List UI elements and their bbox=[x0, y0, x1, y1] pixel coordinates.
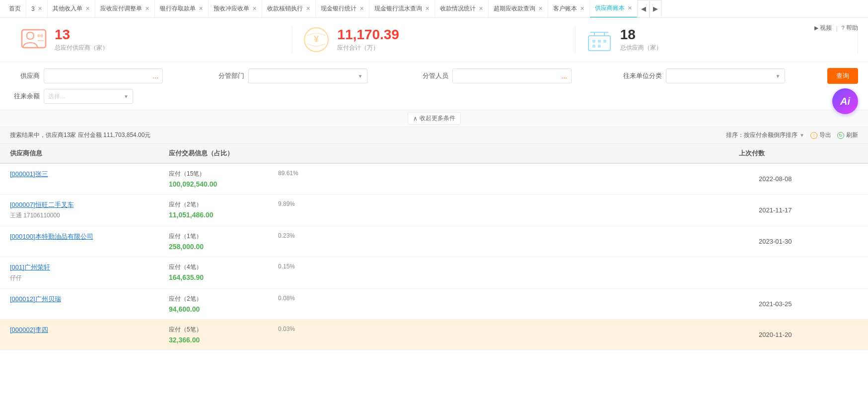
last-pay-date: 2021-03-25 bbox=[759, 295, 858, 313]
question-icon: ? bbox=[842, 25, 845, 31]
balance-select[interactable]: 选择... ▼ bbox=[44, 89, 133, 104]
collapse-label: 收起更多条件 bbox=[420, 114, 455, 123]
close-icon[interactable]: ✕ bbox=[252, 5, 257, 12]
export-button[interactable]: ↑ 导出 bbox=[810, 131, 831, 139]
tx-amount[interactable]: 258,000.00 bbox=[169, 243, 204, 251]
supplier-link[interactable]: [000012]广州贝瑞 bbox=[10, 295, 61, 303]
nav-tab-cash-bank-stat[interactable]: 现金银行统计 ✕ bbox=[316, 0, 369, 18]
nav-tab-prepay-collect[interactable]: 预收冲应收单 ✕ bbox=[209, 0, 262, 18]
svg-rect-11 bbox=[598, 45, 601, 48]
refresh-button[interactable]: ↻ 刷新 bbox=[837, 131, 858, 139]
nav-tab-supplier-account[interactable]: 供应商账本 ✕ bbox=[590, 0, 638, 18]
close-icon[interactable]: ✕ bbox=[580, 5, 584, 12]
svg-point-1 bbox=[37, 34, 40, 37]
close-icon[interactable]: ✕ bbox=[145, 5, 149, 12]
svg-rect-0 bbox=[22, 30, 46, 48]
total-suppliers-label: 总供应商（家） bbox=[620, 44, 662, 52]
nav-tab-home[interactable]: 首页 bbox=[4, 0, 26, 18]
person-filter-label: 分管人员 bbox=[419, 71, 448, 80]
nav-tab-collect-audit[interactable]: 收款核销执行 ✕ bbox=[262, 0, 316, 18]
svg-text:¥: ¥ bbox=[314, 34, 319, 44]
table-header: 供应商信息 应付交易信息（占比） 上次付数 bbox=[0, 144, 868, 164]
tx-detail: 应付（15笔） 100,092,540.00 bbox=[169, 170, 268, 188]
nav-tab-other-income-label: 其他收入单 bbox=[53, 4, 82, 13]
nav-tab-bank-deposit[interactable]: 银行存取款单 ✕ bbox=[155, 0, 209, 18]
dept-select[interactable]: ▼ bbox=[248, 68, 367, 83]
tx-amount[interactable]: 32,366.00 bbox=[169, 336, 200, 344]
close-icon[interactable]: ✕ bbox=[425, 5, 430, 12]
nav-arrow-right[interactable]: ▶ bbox=[650, 0, 661, 18]
person-select[interactable]: ... bbox=[452, 68, 572, 83]
nav-tab-bank-deposit-label: 银行存取款单 bbox=[160, 4, 196, 13]
category-select[interactable]: ▼ bbox=[666, 68, 785, 83]
supplier-link[interactable]: [001]广州荣轩 bbox=[10, 263, 50, 271]
nav-tab-ar-adjust[interactable]: 应收应付调整单 ✕ bbox=[95, 0, 155, 18]
close-icon[interactable]: ✕ bbox=[479, 5, 483, 12]
supplier-info: [000100]本特勤油品有限公司 bbox=[10, 232, 169, 251]
ai-assistant-button[interactable]: Ai bbox=[832, 88, 858, 114]
nav-tab-collect-status[interactable]: 收款情况统计 ✕ bbox=[435, 0, 489, 18]
filter-dept: 分管部门 ▼ bbox=[215, 68, 411, 83]
tx-percent: 0.03% bbox=[278, 326, 295, 332]
result-bar-actions: 排序：按应付余额倒序排序 ▼ ↑ 导出 ↻ 刷新 bbox=[726, 131, 858, 139]
collapse-bar: ∧ 收起更多条件 bbox=[0, 110, 868, 127]
tx-detail: 应付（4笔） 164,635.90 bbox=[169, 263, 268, 281]
svg-rect-10 bbox=[592, 45, 595, 48]
close-icon[interactable]: ✕ bbox=[538, 5, 543, 12]
filter-supplier: 供应商 ... bbox=[10, 68, 207, 83]
tx-detail: 应付（1笔） 258,000.00 bbox=[169, 232, 268, 251]
help-link[interactable]: ? 帮助 bbox=[842, 24, 858, 32]
nav-tab-customer-account[interactable]: 客户账本 ✕ bbox=[548, 0, 590, 18]
supplier-link[interactable]: [000001]张三 bbox=[10, 170, 48, 178]
nav-tab-cash-bank-flow[interactable]: 现金银行流水查询 ✕ bbox=[369, 0, 435, 18]
nav-tab-supplier-account-label: 供应商账本 bbox=[595, 4, 625, 12]
supplier-link[interactable]: [000007]恒旺二手叉车 bbox=[10, 201, 74, 208]
supplier-link[interactable]: [000100]本特勤油品有限公司 bbox=[10, 233, 93, 240]
tx-percent: 0.08% bbox=[278, 295, 295, 302]
last-pay-date: 2023-01-30 bbox=[759, 232, 858, 251]
nav-tab-other-income[interactable]: 其他收入单 ✕ bbox=[48, 0, 95, 18]
filter-balance: 往来余额 选择... ▼ bbox=[10, 89, 133, 104]
close-icon[interactable]: ✕ bbox=[628, 5, 632, 11]
supplier-select[interactable]: ... bbox=[44, 68, 163, 83]
tx-detail: 应付（2笔） 11,051,486.00 bbox=[169, 200, 268, 219]
table-row: [000001]张三 应付（15笔） 100,092,540.00 89.61%… bbox=[0, 164, 868, 195]
search-button[interactable]: 查询 bbox=[827, 68, 858, 84]
collapse-button[interactable]: ∧ 收起更多条件 bbox=[408, 112, 461, 125]
supplier-info: [001]广州荣轩 仔仔 bbox=[10, 263, 169, 282]
payable-total-label: 应付合计（万） bbox=[337, 44, 399, 52]
nav-tab-overdue-collect[interactable]: 超期应收款查询 ✕ bbox=[489, 0, 548, 18]
chevron-down-icon: ▼ bbox=[124, 94, 129, 99]
close-icon[interactable]: ✕ bbox=[306, 5, 310, 12]
close-icon[interactable]: ✕ bbox=[360, 5, 364, 12]
tx-detail: 应付（5笔） 32,366.00 bbox=[169, 326, 268, 344]
close-icon[interactable]: ✕ bbox=[85, 5, 90, 12]
nav-tab-collect-audit-label: 收款核销执行 bbox=[267, 4, 303, 13]
supplier-info: [000007]恒旺二手叉车 王通 17106110000 bbox=[10, 200, 169, 220]
table-row: [000002]李四 应付（5笔） 32,366.00 0.03% 2020-1… bbox=[0, 320, 868, 350]
close-icon[interactable]: ✕ bbox=[38, 5, 42, 12]
close-icon[interactable]: ✕ bbox=[199, 5, 203, 12]
export-label: 导出 bbox=[819, 131, 831, 139]
top-nav: 首页 3 ✕ 其他收入单 ✕ 应收应付调整单 ✕ 银行存取款单 ✕ 预收冲应收单… bbox=[0, 0, 868, 18]
supplier-link[interactable]: [000002]李四 bbox=[10, 326, 48, 333]
supplier-info: [000002]李四 bbox=[10, 326, 169, 344]
supplier-contact: 仔仔 bbox=[10, 274, 169, 282]
sort-select[interactable]: 排序：按应付余额倒序排序 ▼ bbox=[726, 131, 804, 139]
last-pay-date bbox=[759, 263, 858, 282]
nav-arrow-left[interactable]: ◀ bbox=[638, 0, 650, 18]
tx-amount[interactable]: 11,051,486.00 bbox=[169, 211, 214, 219]
tx-amount[interactable]: 164,635.90 bbox=[169, 273, 204, 281]
nav-tab-prepay-collect-label: 预收冲应收单 bbox=[214, 4, 249, 13]
last-pay-date: 2022-08-08 bbox=[759, 170, 858, 188]
video-link[interactable]: ▶ 视频 bbox=[814, 24, 832, 32]
tx-amount[interactable]: 100,092,540.00 bbox=[169, 180, 217, 188]
tx-percent: 0.23% bbox=[278, 232, 295, 239]
tx-amount[interactable]: 94,600.00 bbox=[169, 305, 200, 313]
nav-tab-3[interactable]: 3 ✕ bbox=[26, 0, 48, 18]
supplier-filter-label: 供应商 bbox=[10, 71, 40, 80]
filter-row-1: 供应商 ... 分管部门 ▼ 分管人员 ... 往来单位分类 bbox=[10, 68, 858, 84]
col-header-transaction: 应付交易信息（占比） bbox=[169, 149, 739, 158]
supplier-ellipsis: ... bbox=[152, 72, 158, 80]
filter-category: 往来单位分类 ▼ bbox=[623, 68, 820, 83]
